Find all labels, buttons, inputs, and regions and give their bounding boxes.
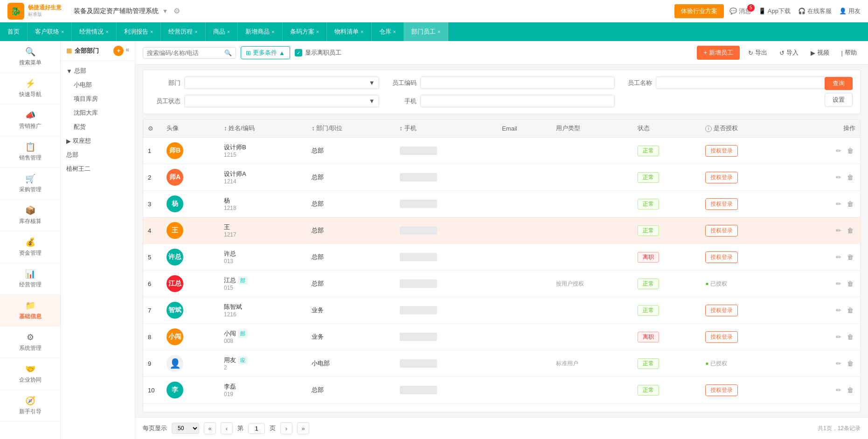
dept-node-shuangzuo[interactable]: ▶ 双座想 — [61, 134, 135, 148]
tab-add-goods[interactable]: 新增商品 × — [238, 22, 282, 41]
edit-button[interactable]: ✏ — [834, 359, 843, 368]
tab-home[interactable]: 首页 — [0, 22, 28, 41]
auth-button[interactable]: 授权登录 — [705, 225, 738, 237]
tab-barcode[interactable]: 条码方案 × — [283, 22, 327, 41]
tab-add-goods-close[interactable]: × — [271, 29, 274, 35]
nav-item-finance[interactable]: 💰 资金管理 — [0, 231, 60, 263]
tab-goods-close[interactable]: × — [227, 29, 230, 35]
tab-goods[interactable]: 商品 × — [206, 22, 238, 41]
user-button[interactable]: 👤 用友 — [839, 7, 861, 15]
filter-dept-select[interactable]: ▼ — [184, 77, 379, 89]
delete-button[interactable]: 🗑 — [845, 279, 855, 288]
app-download-button[interactable]: 📱 App下载 — [758, 7, 791, 15]
nav-item-marketing[interactable]: 📣 营销推广 — [0, 105, 60, 136]
nav-item-inventory[interactable]: 📦 库存核算 — [0, 200, 60, 231]
edit-button[interactable]: ✏ — [834, 306, 843, 315]
auth-button[interactable]: 授权登录 — [705, 172, 738, 183]
nav-item-guide[interactable]: 🧭 新手引导 — [0, 390, 60, 422]
tab-operations-close[interactable]: × — [105, 29, 108, 35]
delete-button[interactable]: 🗑 — [845, 146, 855, 155]
dept-node-shenyang[interactable]: 沈阳大库 — [61, 106, 135, 120]
delete-button[interactable]: 🗑 — [845, 332, 855, 341]
tab-profit-close[interactable]: × — [150, 29, 153, 35]
auth-button[interactable]: 授权登录 — [705, 198, 738, 210]
more-filter-button[interactable]: ⊞ 更多条件 ▲ — [241, 46, 290, 59]
filter-phone-input[interactable] — [420, 95, 615, 107]
delete-button[interactable]: 🗑 — [845, 359, 855, 368]
search-input[interactable] — [147, 49, 222, 56]
edit-button[interactable]: ✏ — [834, 173, 843, 182]
tab-customer-close[interactable]: × — [61, 29, 64, 35]
delete-button[interactable]: 🗑 — [845, 385, 855, 395]
delete-button[interactable]: 🗑 — [845, 252, 855, 262]
message-button[interactable]: 💬 5 消息 — [729, 7, 751, 15]
online-service-button[interactable]: 🎧 在线客服 — [798, 7, 832, 15]
query-button[interactable]: 查询 — [825, 77, 853, 90]
nav-item-search[interactable]: 🔍 搜索菜单 — [0, 41, 60, 73]
tab-history-close[interactable]: × — [194, 29, 197, 35]
auth-button[interactable]: 授权登录 — [705, 384, 738, 396]
tab-employees-close[interactable]: × — [437, 29, 440, 35]
nav-item-basic-info[interactable]: 📁 基础信息 — [0, 295, 60, 327]
col-name[interactable]: ↕ 姓名/编码 — [219, 119, 307, 138]
delete-button[interactable]: 🗑 — [845, 199, 855, 209]
edit-button[interactable]: ✏ — [834, 332, 843, 341]
tab-employees[interactable]: 部门员工 × — [404, 22, 448, 41]
last-page-button[interactable]: » — [297, 422, 309, 434]
tab-bom[interactable]: 物料清单 × — [327, 22, 371, 41]
nav-item-collaboration[interactable]: 🤝 企业协同 — [0, 358, 60, 390]
add-employee-button[interactable]: + 新增员工 — [697, 46, 739, 60]
auth-button[interactable]: 授权登录 — [705, 145, 738, 157]
prev-page-button[interactable]: ‹ — [221, 422, 233, 434]
delete-button[interactable]: 🗑 — [845, 306, 855, 315]
dept-node-zhishu[interactable]: 植树王二 — [61, 162, 135, 176]
page-number-input[interactable] — [248, 423, 265, 434]
first-page-button[interactable]: « — [204, 422, 216, 434]
filter-empcode-input[interactable] — [420, 77, 615, 89]
auth-button[interactable]: 授权登录 — [705, 305, 738, 316]
help-button[interactable]: | 帮助 — [838, 47, 861, 59]
show-resigned-checkbox[interactable]: ✓ — [295, 49, 302, 56]
auth-button[interactable]: 授权登录 — [705, 331, 738, 343]
nav-item-system[interactable]: ⚙ 系统管理 — [0, 327, 60, 358]
nav-item-operations-mgmt[interactable]: 📊 经营管理 — [0, 263, 60, 295]
edit-button[interactable]: ✏ — [834, 279, 843, 288]
delete-button[interactable]: 🗑 — [845, 173, 855, 182]
tab-warehouse-close[interactable]: × — [393, 29, 396, 35]
nav-item-sales[interactable]: 📋 销售管理 — [0, 136, 60, 168]
reset-button[interactable]: 设置 — [825, 93, 853, 107]
nav-item-shortcut[interactable]: ⚡ 快速导航 — [0, 73, 60, 105]
edit-button[interactable]: ✏ — [834, 252, 843, 262]
edit-button[interactable]: ✏ — [834, 199, 843, 209]
delete-button[interactable]: 🗑 — [845, 226, 855, 235]
tab-warehouse[interactable]: 仓库 × — [372, 22, 404, 41]
filter-status-select[interactable]: ▼ — [184, 95, 379, 107]
dept-node-xd[interactable]: 小电部 — [61, 78, 135, 92]
trial-button[interactable]: 体验行业方案 — [674, 4, 724, 18]
col-settings[interactable]: ⚙ — [143, 119, 162, 138]
tab-history[interactable]: 经营历程 × — [161, 22, 205, 41]
auth-button[interactable]: 授权登录 — [705, 251, 738, 263]
nav-item-purchase[interactable]: 🛒 采购管理 — [0, 168, 60, 200]
tab-bom-close[interactable]: × — [361, 29, 363, 35]
search-input-wrap[interactable]: 🔍 — [143, 47, 236, 59]
auth-info-icon[interactable]: i — [705, 125, 712, 132]
dept-collapse-button[interactable]: « — [125, 46, 129, 56]
dept-node-general[interactable]: ▼ 总部 — [61, 64, 135, 78]
dept-node-delivery[interactable]: 配货 — [61, 120, 135, 134]
col-dept[interactable]: ↕ 部门/职位 — [307, 119, 395, 138]
filter-empname-input[interactable] — [656, 77, 851, 89]
edit-button[interactable]: ✏ — [834, 226, 843, 235]
dept-node-project[interactable]: 项目库房 — [61, 92, 135, 106]
dept-node-general2[interactable]: 总部 — [61, 148, 135, 162]
system-title-dropdown[interactable]: ▼ — [162, 8, 168, 14]
col-phone[interactable]: ↕ 手机 — [395, 119, 498, 138]
export-button[interactable]: ↻ 导出 — [744, 47, 771, 59]
edit-button[interactable]: ✏ — [834, 146, 843, 155]
page-size-select[interactable]: 50 20 100 — [172, 423, 199, 434]
tab-operations[interactable]: 经营情况 × — [72, 22, 116, 41]
edit-button[interactable]: ✏ — [834, 385, 843, 395]
tab-profit[interactable]: 利润报告 × — [117, 22, 161, 41]
next-page-button[interactable]: › — [280, 422, 292, 434]
view-button[interactable]: ▶ 视频 — [807, 47, 833, 59]
